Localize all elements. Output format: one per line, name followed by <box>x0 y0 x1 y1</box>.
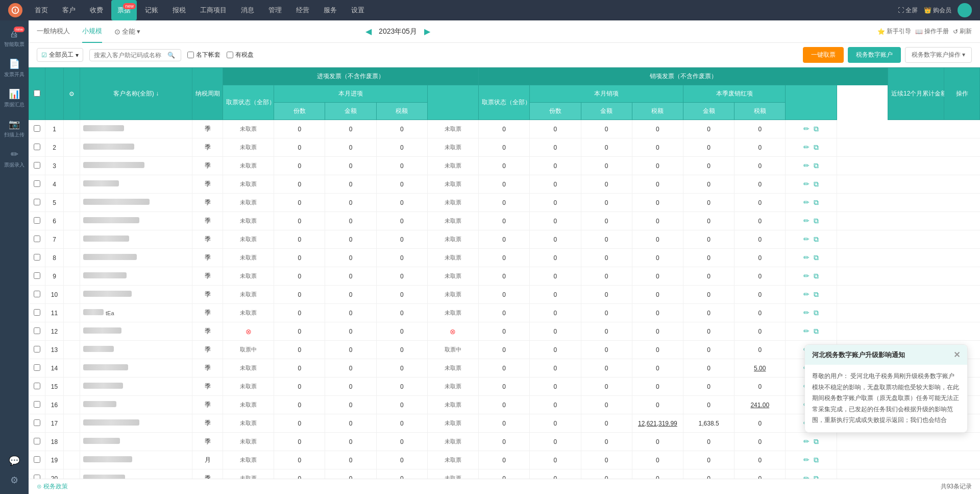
edit-btn[interactable]: ✏ <box>802 179 811 189</box>
edit-btn[interactable]: ✏ <box>802 124 811 134</box>
copy-btn[interactable]: ⧉ <box>813 289 820 300</box>
manual-btn[interactable]: 📖 操作手册 <box>915 27 949 36</box>
tab-small-scale[interactable]: 小规模 <box>82 20 102 43</box>
row-checkbox-cell <box>29 378 45 396</box>
edit-btn[interactable]: ✏ <box>802 308 811 318</box>
select-all-checkbox[interactable] <box>34 90 40 97</box>
copy-btn[interactable]: ⧉ <box>813 179 820 190</box>
tax-digital-ops-btn[interactable]: 税务数字账户操作 ▾ <box>905 47 972 63</box>
tax-digital-account-btn[interactable]: 税务数字账户 <box>848 47 901 63</box>
row-checkbox[interactable] <box>34 180 40 187</box>
copy-btn[interactable]: ⧉ <box>813 326 820 337</box>
row-checkbox[interactable] <box>34 383 40 389</box>
row-checkbox[interactable] <box>34 419 40 426</box>
copy-btn[interactable]: ⧉ <box>813 455 820 465</box>
nav-operate[interactable]: 经营 <box>290 0 315 20</box>
edit-btn[interactable]: ✏ <box>802 142 811 152</box>
row-checkbox[interactable] <box>34 125 40 132</box>
edit-btn[interactable]: ✏ <box>802 289 811 299</box>
sidebar-item-invoice-open[interactable]: 📄 发票开具 <box>2 54 27 82</box>
subaccount-checkbox-input[interactable] <box>187 52 194 58</box>
row-checkbox[interactable] <box>34 217 40 224</box>
fullscreen-btn[interactable]: ⛶ 全屏 <box>898 6 918 15</box>
prev-month-btn[interactable]: ◀ <box>362 26 375 38</box>
th-period[interactable]: 纳税周期（全部） <box>192 68 223 120</box>
copy-btn[interactable]: ⧉ <box>813 197 820 208</box>
edit-btn[interactable]: ✏ <box>802 160 811 171</box>
copy-btn[interactable]: ⧉ <box>813 234 820 245</box>
policy-link[interactable]: ⊙ 税务政策 <box>37 482 68 491</box>
user-avatar[interactable] <box>958 3 972 17</box>
nav-business[interactable]: 工商项目 <box>194 0 233 20</box>
edit-btn[interactable]: ✏ <box>802 234 811 244</box>
tax-disc-checkbox-input[interactable] <box>227 52 233 58</box>
sidebar-item-settings[interactable]: ⚙ <box>2 471 27 490</box>
sidebar-item-scan-upload[interactable]: 📷 扫描上传 <box>2 114 27 143</box>
edit-btn[interactable]: ✏ <box>802 271 811 281</box>
row-checkbox[interactable] <box>34 236 40 242</box>
th-out-status[interactable]: 取票状态（全部） <box>479 85 530 120</box>
nav-message[interactable]: 消息 <box>235 0 260 20</box>
row-checkbox[interactable] <box>34 254 40 261</box>
edit-btn[interactable]: ✏ <box>802 473 811 479</box>
tab-all[interactable]: ⊙ 全能 ▾ <box>114 27 140 36</box>
nav-client[interactable]: 客户 <box>56 0 82 20</box>
row-checkbox[interactable] <box>34 309 40 316</box>
edit-btn[interactable]: ✏ <box>802 252 811 263</box>
row-checkbox[interactable] <box>34 401 40 408</box>
row-checkbox[interactable] <box>34 291 40 297</box>
edit-btn[interactable]: ✏ <box>802 455 811 465</box>
copy-btn[interactable]: ⧉ <box>813 308 820 318</box>
nav-settings[interactable]: 设置 <box>345 0 371 20</box>
row-checkbox[interactable] <box>34 144 40 150</box>
nav-tax[interactable]: 报税 <box>166 0 192 20</box>
refresh-btn[interactable]: ↺ 刷新 <box>953 27 972 36</box>
search-input[interactable] <box>94 52 165 59</box>
sidebar-item-help[interactable]: 💬 <box>2 451 27 471</box>
nav-manage[interactable]: 管理 <box>262 0 288 20</box>
one-click-invoice-btn[interactable]: 一键取票 <box>803 47 844 63</box>
th-name[interactable]: 客户名称(全部) ↓ <box>80 68 192 120</box>
copy-btn[interactable]: ⧉ <box>813 271 820 281</box>
copy-btn[interactable]: ⧉ <box>813 160 820 171</box>
tax-disc-checkbox[interactable]: 有税盘 <box>227 51 254 59</box>
next-month-btn[interactable]: ▶ <box>421 26 433 38</box>
sidebar-item-invoice-entry[interactable]: ✏ 票据录入 <box>2 145 27 173</box>
copy-btn[interactable]: ⧉ <box>813 252 820 263</box>
row-checkbox[interactable] <box>34 456 40 463</box>
new-guide-btn[interactable]: ⭐ 新手引导 <box>877 27 911 36</box>
edit-btn[interactable]: ✏ <box>802 197 811 207</box>
nav-accounting[interactable]: 记账 <box>139 0 164 20</box>
nav-home[interactable]: 首页 <box>29 0 54 20</box>
row-checkbox[interactable] <box>34 475 40 479</box>
row-checkbox[interactable] <box>34 272 40 279</box>
copy-btn[interactable]: ⧉ <box>813 473 820 479</box>
edit-btn[interactable]: ✏ <box>802 326 811 336</box>
nav-service[interactable]: 服务 <box>317 0 343 20</box>
copy-btn[interactable]: ⧉ <box>813 142 820 153</box>
edit-btn[interactable]: ✏ <box>802 216 811 226</box>
member-btn[interactable]: 👑 购会员 <box>924 6 951 15</box>
copy-btn[interactable]: ⧉ <box>813 436 820 447</box>
nav-invoice[interactable]: 票据 new <box>111 0 137 20</box>
sidebar-item-invoice-summary[interactable]: 📊 票据汇总 <box>2 84 27 112</box>
copy-btn[interactable]: ⧉ <box>813 124 820 134</box>
app-logo[interactable] <box>8 3 22 17</box>
row-checkbox[interactable] <box>34 199 40 205</box>
search-icon[interactable]: 🔍 <box>167 52 175 59</box>
nav-billing[interactable]: 收费 <box>84 0 109 20</box>
th-in-status[interactable]: 取票状态（全部） <box>223 85 274 120</box>
edit-btn[interactable]: ✏ <box>802 436 811 446</box>
row-checkbox[interactable] <box>34 346 40 352</box>
row-checkbox[interactable] <box>34 364 40 371</box>
notification-close-btn[interactable]: ✕ <box>953 350 960 360</box>
subaccount-checkbox[interactable]: 名下帐套 <box>187 51 220 59</box>
row-checkbox[interactable] <box>34 438 40 444</box>
sidebar-item-smart-invoice[interactable]: 🖨 智能取票 new <box>2 25 27 52</box>
row-checkbox[interactable] <box>34 327 40 334</box>
tab-general-taxpayer[interactable]: 一般纳税人 <box>37 20 70 43</box>
row-checkbox[interactable] <box>34 162 40 169</box>
employee-filter[interactable]: ☑ 全部员工 ▾ <box>37 48 83 62</box>
copy-btn[interactable]: ⧉ <box>813 216 820 226</box>
table-header-row-1: ⚙ 客户名称(全部) ↓ 纳税周期（全部） 进项发票（不含作废票） 销项发票（不… <box>29 68 980 85</box>
